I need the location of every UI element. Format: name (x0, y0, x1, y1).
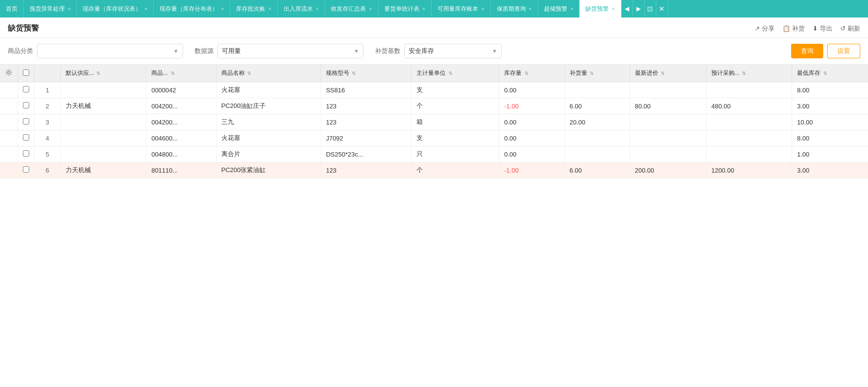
row-spec-cell: DS250*23c... (321, 146, 411, 162)
row-unit-cell: 只 (412, 146, 499, 162)
row-supplier-cell (60, 146, 146, 162)
close-icon[interactable]: × (68, 6, 71, 12)
row-min-stock-cell: 3.00 (792, 162, 868, 178)
row-checkbox[interactable] (23, 150, 29, 157)
sort-icon: ⇅ (96, 70, 100, 76)
tab-overstock[interactable]: 超储预警 × (538, 0, 579, 18)
col-product-name[interactable]: 商品名称 ⇅ (216, 65, 321, 82)
tab-batch-account[interactable]: 库存批次账 × (230, 0, 277, 18)
row-latest-price-cell: 80.00 (630, 98, 706, 114)
col-est-purchase[interactable]: 预计采购... ⇅ (706, 65, 792, 82)
tab-shortage[interactable]: 缺货预警 × (579, 0, 621, 18)
tab-home[interactable]: 首页 (0, 0, 24, 18)
query-button[interactable]: 查询 (791, 44, 823, 58)
row-supplier-cell (60, 130, 146, 146)
filter-actions: 查询 设置 (791, 44, 860, 58)
row-checkbox[interactable] (23, 118, 29, 124)
tab-expiry-query[interactable]: 保质期查询 × (491, 0, 538, 18)
row-spec-cell: 123 (321, 162, 411, 178)
sort-icon: ⇅ (823, 70, 827, 76)
row-settings-cell (0, 82, 18, 98)
row-est-purchase-cell (706, 114, 792, 130)
close-icon[interactable]: × (529, 6, 532, 12)
select-all-checkbox[interactable] (23, 70, 29, 76)
col-row-num (35, 65, 61, 82)
row-checkbox-cell[interactable] (18, 114, 35, 130)
tab-inventory-dist[interactable]: 现存量（库存分布表） × (154, 0, 230, 18)
col-unit[interactable]: 主计量单位 ⇅ (412, 65, 499, 82)
close-icon[interactable]: × (144, 6, 147, 12)
tab-available-ledger[interactable]: 可用量库存账本 × (432, 0, 490, 18)
refresh-button[interactable]: ↺ 刷新 (840, 24, 860, 33)
col-settings[interactable] (0, 65, 18, 82)
row-settings-cell (0, 98, 18, 114)
row-product-code-cell: 004600... (146, 130, 217, 146)
row-stock-cell: 0.00 (499, 130, 564, 146)
replenish-base-select[interactable]: 安全库存 ▼ (404, 44, 502, 58)
col-spec[interactable]: 规格型号 ⇅ (321, 65, 411, 82)
row-product-name-cell: 火花塞 (216, 130, 321, 146)
close-icon[interactable]: × (316, 6, 319, 12)
row-product-code-cell: 004200... (146, 98, 217, 114)
row-latest-price-cell (630, 114, 706, 130)
datasource-select[interactable]: 可用量 ▼ (217, 44, 363, 58)
sort-icon: ⇅ (661, 70, 665, 76)
row-checkbox-cell[interactable] (18, 146, 35, 162)
close-icon[interactable]: × (221, 6, 224, 12)
tab-next-button[interactable]: ▶ (633, 0, 645, 18)
tab-inventory-status[interactable]: 现存量（库存状况表） × (77, 0, 153, 18)
row-checkbox-cell[interactable] (18, 162, 35, 178)
row-checkbox-cell[interactable] (18, 130, 35, 146)
share-button[interactable]: ↗ 分享 (755, 24, 775, 33)
close-icon[interactable]: × (612, 6, 615, 12)
row-checkbox-cell[interactable] (18, 82, 35, 98)
row-checkbox-cell[interactable] (18, 98, 35, 114)
row-stock-cell: 0.00 (499, 114, 564, 130)
row-latest-price-cell (630, 130, 706, 146)
export-button[interactable]: ⬇ 导出 (813, 24, 832, 33)
row-product-name-cell: 火花塞 (216, 82, 321, 98)
tab-collect-summary[interactable]: 收发存汇总表 × (325, 0, 378, 18)
row-est-purchase-cell: 1200.00 (706, 162, 792, 178)
replenish-button[interactable]: 📋 补货 (782, 24, 805, 33)
row-checkbox[interactable] (23, 134, 29, 141)
tab-order-stats[interactable]: 要货单统计表 × (379, 0, 432, 18)
close-icon[interactable]: × (570, 6, 573, 12)
close-icon[interactable]: × (422, 6, 425, 12)
row-checkbox[interactable] (23, 166, 29, 173)
close-icon[interactable]: × (268, 6, 271, 12)
sort-icon: ⇅ (247, 70, 251, 76)
col-checkbox[interactable] (18, 65, 35, 82)
row-num-cell: 5 (35, 146, 61, 162)
tab-window-button[interactable]: ⊡ (645, 0, 656, 18)
row-est-purchase-cell (706, 82, 792, 98)
chevron-down-icon: ▼ (492, 48, 497, 54)
row-product-name-cell: PC200张紧油缸 (216, 162, 321, 178)
row-min-stock-cell: 8.00 (792, 82, 868, 98)
row-stock-cell: 0.00 (499, 82, 564, 98)
row-checkbox[interactable] (23, 86, 29, 92)
col-stock[interactable]: 库存量 ⇅ (499, 65, 564, 82)
settings-button[interactable]: 设置 (827, 44, 860, 58)
row-supplier-cell: 力天机械 (60, 98, 146, 114)
row-latest-price-cell (630, 146, 706, 162)
row-product-name-cell: 离合片 (216, 146, 321, 162)
row-replenish-qty-cell (564, 82, 630, 98)
col-supplier[interactable]: 默认供应... ⇅ (60, 65, 146, 82)
close-icon[interactable]: × (369, 6, 372, 12)
close-icon[interactable]: × (481, 6, 484, 12)
tab-exception[interactable]: 拣货异常处理 × (24, 0, 77, 18)
row-settings-cell (0, 146, 18, 162)
col-latest-price[interactable]: 最新进价 ⇅ (630, 65, 706, 82)
row-num-cell: 2 (35, 98, 61, 114)
col-min-stock[interactable]: 最低库存 ⇅ (792, 65, 868, 82)
category-select[interactable]: ▼ (37, 44, 183, 58)
row-unit-cell: 支 (412, 82, 499, 98)
col-product-code[interactable]: 商品... ⇅ (146, 65, 217, 82)
row-checkbox[interactable] (23, 102, 29, 108)
tab-prev-button[interactable]: ◀ (621, 0, 633, 18)
tab-inout-flow[interactable]: 出入库流水 × (278, 0, 325, 18)
table-row: 2 力天机械 004200... PC200油缸庄子 123 个 -1.00 6… (0, 98, 868, 114)
tab-close-all-button[interactable]: ✕ (656, 0, 668, 18)
col-replenish-qty[interactable]: 补货量 ⇅ (564, 65, 630, 82)
